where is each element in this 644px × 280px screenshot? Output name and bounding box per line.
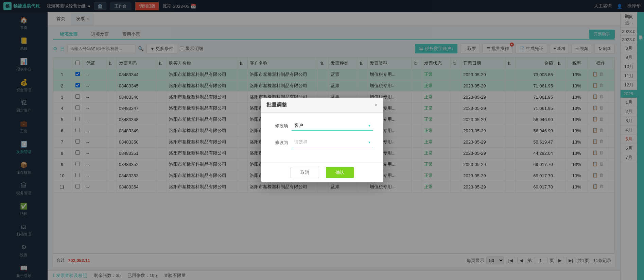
modal-header: 批量调整 × [261,98,383,113]
modal-row-value: 修改为 请选择 ▾ [271,137,373,147]
modify-to-placeholder: 请选择 [294,139,308,145]
batch-adjust-modal: 批量调整 × 修改项 客户 ▾ 修改为 请选择 ▾ 取消 确认 [261,98,383,182]
modal-footer: 取消 确认 [261,162,383,182]
chevron-down-icon2: ▾ [368,140,370,145]
modal-row-field: 修改项 客户 ▾ [271,121,373,131]
chevron-down-icon: ▾ [368,123,370,128]
modal-close-btn[interactable]: × [375,102,378,108]
modal-overlay[interactable]: 批量调整 × 修改项 客户 ▾ 修改为 请选择 ▾ 取消 确认 [0,0,644,280]
modal-confirm-btn[interactable]: 确认 [326,167,354,178]
modify-field-label: 修改项 [271,123,288,129]
modify-field-value: 客户 [294,122,303,129]
modify-field-select[interactable]: 客户 ▾ [292,121,373,131]
modify-to-label: 修改为 [271,139,288,146]
modify-to-select[interactable]: 请选择 ▾ [292,137,373,147]
modal-cancel-btn[interactable]: 取消 [291,167,319,178]
modal-title: 批量调整 [266,102,287,108]
modal-body: 修改项 客户 ▾ 修改为 请选择 ▾ [261,113,383,162]
